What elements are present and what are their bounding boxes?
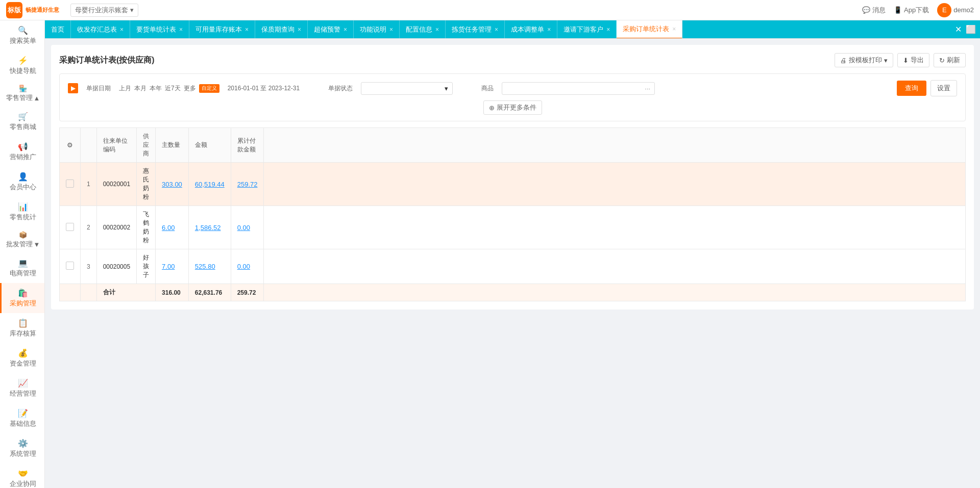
tab-collect-pay-close[interactable]: × bbox=[120, 26, 124, 33]
custom-date-badge[interactable]: 自定义 bbox=[199, 84, 219, 93]
header-right: 💬 消息 📱 App下载 E demo2 bbox=[862, 3, 974, 17]
table-row: 2 00020002 飞鹤奶粉 6.00 1,586.52 bbox=[60, 206, 966, 249]
tab-purchase-order-stat-close[interactable]: × bbox=[672, 25, 676, 33]
row3-paid-link[interactable]: 0.00 bbox=[237, 263, 250, 270]
row3-qty-link[interactable]: 7.00 bbox=[162, 263, 175, 270]
settings-button[interactable]: 设置 bbox=[930, 80, 957, 96]
tab-purchase-stat[interactable]: 要货单统计表 × bbox=[130, 20, 189, 39]
sidebar-label-purchase: 采购管理 bbox=[10, 299, 36, 308]
tab-maximize-button[interactable]: ⬜ bbox=[966, 24, 976, 34]
tab-task-mgmt[interactable]: 拣货任务管理 × bbox=[446, 20, 505, 39]
sidebar-item-system[interactable]: ⚙️ 系统管理 bbox=[0, 433, 44, 464]
retail-stat-icon: 📊 bbox=[18, 202, 28, 212]
sidebar-item-search[interactable]: 🔍 搜索英单 bbox=[0, 20, 44, 50]
total-empty2 bbox=[81, 284, 97, 301]
refresh-button[interactable]: ↻ 刷新 bbox=[934, 53, 966, 67]
tab-function-desc-close[interactable]: × bbox=[389, 26, 393, 33]
settings-icon[interactable]: ⚙ bbox=[67, 141, 73, 149]
sidebar-item-retail-shop[interactable]: 🛒 零售商城 bbox=[0, 107, 44, 137]
sidebar-item-enterprise[interactable]: 🤝 企业协同 bbox=[0, 464, 44, 488]
sidebar-item-member[interactable]: 👤 会员中心 bbox=[0, 167, 44, 197]
row2-amount: 1,586.52 bbox=[188, 206, 231, 249]
tab-expiry-query-close[interactable]: × bbox=[298, 26, 301, 33]
print-icon: 🖨 bbox=[840, 57, 847, 64]
print-button[interactable]: 🖨 按模板打印 ▾ bbox=[835, 53, 893, 67]
expand-button[interactable]: ⊕ 展开更多条件 bbox=[483, 100, 542, 115]
status-select[interactable]: ▾ bbox=[361, 82, 453, 95]
th-amount: 金额 bbox=[188, 128, 231, 163]
row1-num: 1 bbox=[81, 163, 97, 206]
row1-paid-link[interactable]: 259.72 bbox=[237, 181, 258, 188]
th-qty: 主数量 bbox=[156, 128, 189, 163]
shortcut-more[interactable]: 更多 bbox=[184, 84, 196, 93]
expand-icon: ⊕ bbox=[489, 104, 495, 112]
sidebar-item-purchase[interactable]: 🛍️ 采购管理 bbox=[0, 283, 44, 313]
tab-inventory-ledger-label: 可用量库存账本 bbox=[195, 25, 242, 34]
data-table: ⚙ 往来单位编码 供应商 主数量 金额 累计付款金额 bbox=[59, 127, 966, 301]
tab-overstock-warning-close[interactable]: × bbox=[344, 26, 347, 33]
tab-cost-adjust-close[interactable]: × bbox=[547, 26, 551, 33]
row2-qty-link[interactable]: 6.00 bbox=[162, 224, 175, 232]
sidebar-item-ecommerce[interactable]: 💻 电商管理 bbox=[0, 253, 44, 283]
tab-cost-adjust[interactable]: 成本调整单 × bbox=[505, 20, 557, 39]
tab-collect-pay[interactable]: 收发存汇总表 × bbox=[71, 20, 130, 39]
shortcut-this-year[interactable]: 本年 bbox=[150, 84, 162, 93]
row2-qty: 6.00 bbox=[156, 206, 189, 249]
sidebar-item-shortcuts[interactable]: ⚡ 快捷导航 bbox=[0, 50, 44, 81]
goods-input[interactable] bbox=[506, 85, 645, 92]
tab-expiry-query-label: 保质期查询 bbox=[261, 25, 295, 34]
row1-paid: 259.72 bbox=[231, 163, 264, 206]
shortcut-this-month[interactable]: 本月 bbox=[134, 84, 146, 93]
sidebar-item-batch[interactable]: 📦 批发管理 ▼ bbox=[0, 227, 44, 253]
row2-extra bbox=[264, 206, 966, 249]
filter-toggle[interactable]: ▶ bbox=[68, 83, 78, 93]
tab-invite-downstream-close[interactable]: × bbox=[606, 26, 610, 33]
workspace-selector[interactable]: 母婴行业演示账套 ▾ bbox=[70, 4, 138, 17]
tab-purchase-stat-close[interactable]: × bbox=[179, 26, 183, 33]
shortcut-last-month[interactable]: 上月 bbox=[119, 84, 131, 93]
tab-config-info[interactable]: 配置信息 × bbox=[400, 20, 446, 39]
logo-text: 畅捷通好生意 bbox=[26, 6, 59, 14]
row3-amount-link[interactable]: 525.80 bbox=[195, 263, 215, 270]
message-icon: 💬 bbox=[862, 6, 870, 14]
tab-config-info-close[interactable]: × bbox=[435, 26, 439, 33]
user-avatar[interactable]: E demo2 bbox=[937, 3, 974, 17]
goods-input-group[interactable]: ··· bbox=[502, 82, 655, 95]
tab-task-mgmt-close[interactable]: × bbox=[495, 26, 498, 33]
sidebar-item-inventory[interactable]: 📋 库存核算 bbox=[0, 313, 44, 343]
tab-inventory-ledger-close[interactable]: × bbox=[245, 26, 249, 33]
goods-input-more-icon[interactable]: ··· bbox=[645, 85, 650, 92]
row2-amount-link[interactable]: 1,586.52 bbox=[195, 224, 221, 232]
tab-invite-downstream[interactable]: 邀请下游客户 × bbox=[557, 20, 617, 39]
sidebar: 🔍 搜索英单 ⚡ 快捷导航 🏪 零售管理 ▲ 🛒 零售商城 📢 营销推广 👤 会… bbox=[0, 20, 45, 488]
query-button[interactable]: 查询 bbox=[897, 81, 926, 96]
sidebar-item-finance[interactable]: 💰 资金管理 bbox=[0, 343, 44, 373]
row1-checkbox[interactable] bbox=[66, 179, 74, 188]
app-download-button[interactable]: 📱 App下载 bbox=[894, 6, 929, 15]
sidebar-item-basic[interactable]: 📝 基础信息 bbox=[0, 403, 44, 433]
messages-button[interactable]: 💬 消息 bbox=[862, 6, 886, 15]
tab-expiry-query[interactable]: 保质期查询 × bbox=[255, 20, 308, 39]
shortcut-7days[interactable]: 近7天 bbox=[165, 84, 181, 93]
row3-checkbox[interactable] bbox=[66, 262, 74, 270]
sidebar-item-operation[interactable]: 📈 经营管理 bbox=[0, 373, 44, 403]
tab-overstock-warning[interactable]: 超储预警 × bbox=[308, 20, 354, 39]
row1-qty-link[interactable]: 303.00 bbox=[162, 181, 182, 188]
sidebar-item-marketing[interactable]: 📢 营销推广 bbox=[0, 137, 44, 167]
export-button[interactable]: ⬇ 导出 bbox=[897, 53, 929, 67]
page-title: 采购订单统计表(按供应商) bbox=[59, 55, 155, 66]
row2-checkbox[interactable] bbox=[66, 223, 74, 231]
tab-home[interactable]: 首页 bbox=[45, 20, 71, 39]
tab-inventory-ledger[interactable]: 可用量库存账本 × bbox=[189, 20, 255, 39]
row1-amount-link[interactable]: 60,519.44 bbox=[195, 181, 225, 188]
sidebar-item-retail[interactable]: 🏪 零售管理 ▲ bbox=[0, 81, 44, 107]
row2-paid-link[interactable]: 0.00 bbox=[237, 224, 250, 232]
sidebar-label-operation: 经营管理 bbox=[10, 389, 36, 398]
sidebar-item-retail-stat[interactable]: 📊 零售统计 bbox=[0, 197, 44, 227]
marketing-icon: 📢 bbox=[18, 142, 28, 151]
tab-overstock-warning-label: 超储预警 bbox=[314, 25, 340, 34]
tab-purchase-order-stat[interactable]: 采购订单统计表 × bbox=[617, 20, 682, 39]
tab-close-button[interactable]: ✕ bbox=[955, 24, 962, 34]
chevron-down-icon: ▾ bbox=[130, 6, 134, 14]
tab-function-desc[interactable]: 功能说明 × bbox=[354, 20, 400, 39]
